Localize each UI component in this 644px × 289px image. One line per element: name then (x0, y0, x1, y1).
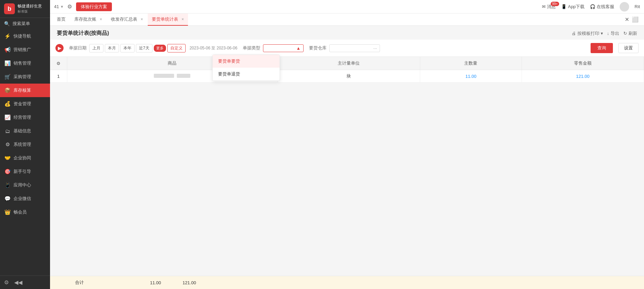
tab-expand-icon[interactable]: ⬜ (632, 16, 639, 23)
refresh-button[interactable]: ↻ 刷新 (623, 30, 637, 37)
filter-bar: ▶ 单据日期 上月 本月 本年 近7天 更多 自定义 2023-05-06 至 … (50, 40, 644, 57)
message-icon: ✉ (542, 4, 546, 9)
print-icon: 🖨 (572, 31, 576, 36)
warehouse-select[interactable]: ··· (329, 44, 380, 52)
sidebar-item-appstore[interactable]: 📱 应用中心 (0, 178, 50, 192)
tab-main-controls: ✕ ⬜ (625, 16, 641, 23)
phone-icon: 📱 (561, 4, 567, 9)
print-button[interactable]: 🖨 按模板打印 ▾ (572, 30, 603, 37)
sidebar: b 畅捷通好生意 标准版 🔍 搜索菜单 ⚡ 快捷导航 📢 营销推广 📊 销售管理… (0, 0, 50, 289)
refresh-icon: ↻ (623, 31, 627, 36)
operation-icon: 📈 (4, 114, 11, 121)
tab-order-stats[interactable]: 要货单统计表 × (148, 14, 188, 26)
topbar-right: ✉ 消息 99+ 📱 App下载 🎧 在线客服 Rit (542, 2, 640, 12)
sidebar-collapse-icon[interactable]: ◀◀ (14, 279, 22, 286)
date-filter-group: 单据日期 上月 本月 本年 近7天 更多 自定义 2023-05-06 至 20… (69, 44, 237, 52)
base-icon: 🗂 (4, 128, 11, 134)
tab-receive-summary[interactable]: 收发存汇总表 × (107, 14, 147, 26)
sidebar-item-sales[interactable]: 📊 销售管理 (0, 57, 50, 70)
app-download-button[interactable]: 📱 App下载 (561, 4, 585, 10)
member-icon: 👑 (4, 209, 11, 216)
system-icon: ⚙ (4, 141, 11, 148)
main-area: 41 ▾ ⚙ 体验行业方案 ✉ 消息 99+ 📱 App下载 🎧 在线客服 Ri… (50, 0, 644, 289)
row-qty-link[interactable]: 11.00 (466, 74, 477, 79)
export-icon: ↓ (607, 31, 610, 36)
user-avatar[interactable] (620, 2, 629, 12)
row-unit: 块 (277, 70, 420, 83)
tab-close-order-stats[interactable]: × (182, 17, 184, 22)
filter-toggle-button[interactable]: ▶ (55, 44, 64, 52)
topbar-settings-icon[interactable]: ⚙ (67, 3, 72, 10)
marketing-icon: 📢 (4, 46, 11, 53)
sidebar-item-shortcut[interactable]: ⚡ 快捷导航 (0, 29, 50, 43)
tab-close-receive-summary[interactable]: × (141, 17, 143, 22)
tab-close-all-icon[interactable]: ✕ (625, 16, 629, 23)
sidebar-item-guide[interactable]: 🎯 新手引导 (0, 165, 50, 178)
sidebar-item-purchase[interactable]: 🛒 采购管理 (0, 70, 50, 84)
sidebar-item-enterprise[interactable]: 🤝 企业协同 (0, 151, 50, 165)
setting-button[interactable]: 设置 (618, 43, 639, 53)
sidebar-item-finance[interactable]: 💰 资金管理 (0, 97, 50, 111)
store-dropdown-icon: ▾ (61, 4, 63, 9)
sidebar-item-base[interactable]: 🗂 基础信息 (0, 124, 50, 138)
sidebar-search[interactable]: 🔍 搜索菜单 (0, 18, 50, 29)
date-pill-lastmonth[interactable]: 上月 (89, 44, 103, 52)
date-pill-thismonth[interactable]: 本月 (105, 44, 119, 52)
type-filter-label: 单据类型 (243, 45, 260, 51)
date-pill-thisyear[interactable]: 本年 (120, 44, 135, 52)
row-index: 1 (50, 70, 67, 83)
sidebar-item-wechat[interactable]: 💬 企业微信 (0, 192, 50, 205)
dropdown-item-order[interactable]: 要货单要货 (213, 55, 280, 68)
sidebar-item-operation[interactable]: 📈 经营管理 (0, 111, 50, 124)
sidebar-item-system[interactable]: ⚙ 系统管理 (0, 138, 50, 151)
date-pill-7days[interactable]: 近7天 (136, 44, 152, 52)
date-pill-custom[interactable]: 自定义 (167, 44, 186, 52)
page-header: 要货单统计表(按商品) 🖨 按模板打印 ▾ ↓ 导出 ↻ 刷新 (50, 26, 644, 40)
shortcut-icon: ⚡ (4, 33, 11, 40)
date-filter-label: 单据日期 (69, 45, 87, 51)
trial-button[interactable]: 体验行业方案 (76, 2, 112, 11)
export-button[interactable]: ↓ 导出 (607, 30, 620, 37)
topbar: 41 ▾ ⚙ 体验行业方案 ✉ 消息 99+ 📱 App下载 🎧 在线客服 Ri… (50, 0, 644, 14)
col-qty: 主数量 (420, 57, 522, 70)
row-amount: 121.00 (522, 70, 644, 83)
sidebar-item-inventory[interactable]: 📦 库存核算 (0, 84, 50, 97)
footer-label: 合计 (71, 280, 139, 286)
table-settings-icon[interactable]: ⚙ (56, 61, 61, 66)
tab-close-inventory-batch[interactable]: × (100, 17, 102, 22)
sidebar-nav: ⚡ 快捷导航 📢 营销推广 📊 销售管理 🛒 采购管理 📦 库存核算 💰 资金管… (0, 29, 50, 275)
message-button[interactable]: ✉ 消息 99+ (542, 4, 556, 10)
table-footer: 合计 11.00 121.00 (50, 276, 644, 289)
footer-amount: 121.00 (172, 280, 206, 285)
headset-icon: 🎧 (590, 4, 595, 9)
sidebar-item-member[interactable]: 👑 畅会员 (0, 205, 50, 219)
type-select-chevron-icon: ▲ (296, 46, 301, 51)
table-row: 1 块 11.00 121.00 (50, 70, 644, 83)
row-amount-link[interactable]: 121.00 (576, 74, 590, 79)
type-dropdown: 要货单要货 要货单退货 (212, 54, 280, 81)
purchase-icon: 🛒 (4, 73, 11, 80)
tab-inventory-batch[interactable]: 库存批次账 × (70, 14, 106, 26)
content-area: 要货单统计表(按商品) 🖨 按模板打印 ▾ ↓ 导出 ↻ 刷新 ▶ (50, 26, 644, 289)
date-pills: 上月 本月 本年 近7天 更多 自定义 (89, 44, 186, 52)
sidebar-settings-icon[interactable]: ⚙ (4, 279, 9, 286)
date-pill-more[interactable]: 更多 (154, 45, 166, 52)
type-filter-group: 单据类型 ▲ (243, 44, 304, 52)
dropdown-item-return[interactable]: 要货单退货 (213, 68, 280, 81)
appstore-icon: 📱 (4, 182, 11, 188)
page-actions: 🖨 按模板打印 ▾ ↓ 导出 ↻ 刷新 (572, 30, 638, 37)
warehouse-filter-group: 要货仓库 ··· (309, 44, 380, 52)
user-name[interactable]: Rit (635, 4, 640, 9)
query-button[interactable]: 查询 (591, 43, 613, 53)
warehouse-filter-label: 要货仓库 (309, 45, 327, 51)
sidebar-logo: b 畅捷通好生意 标准版 (0, 0, 50, 18)
tab-home[interactable]: 首页 (53, 14, 70, 26)
print-dropdown-icon: ▾ (601, 31, 603, 36)
sidebar-item-marketing[interactable]: 📢 营销推广 (0, 43, 50, 57)
finance-icon: 💰 (4, 101, 11, 107)
col-settings[interactable]: ⚙ (50, 57, 67, 70)
type-select[interactable]: ▲ (263, 44, 304, 52)
online-service-button[interactable]: 🎧 在线客服 (590, 4, 614, 10)
enterprise-icon: 🤝 (4, 155, 11, 161)
store-selector[interactable]: 41 ▾ (54, 4, 63, 9)
